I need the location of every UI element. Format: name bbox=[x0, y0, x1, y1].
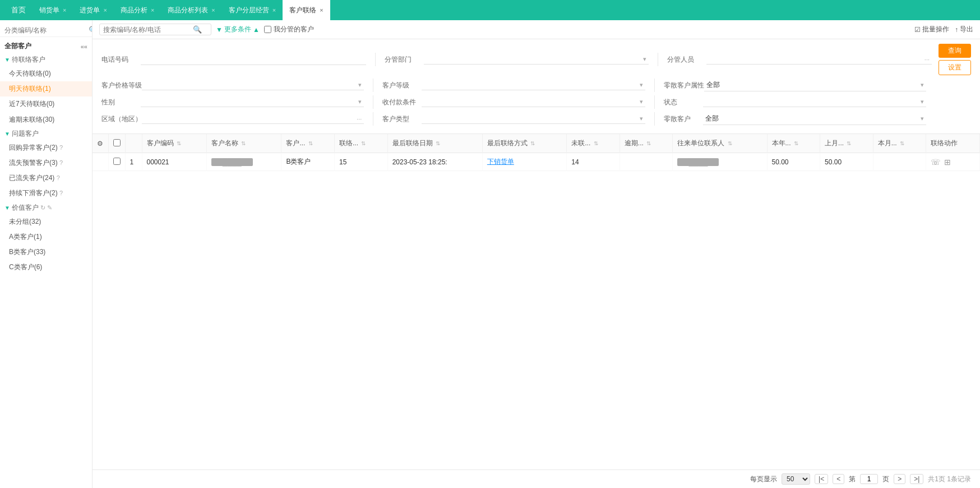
nav-home[interactable]: 首页 bbox=[4, 0, 33, 20]
filter-payment-select[interactable]: ▾ bbox=[422, 97, 645, 107]
nav-tab-3[interactable]: 商品分析列表 × bbox=[161, 0, 221, 20]
search-icon[interactable]: 🔍 bbox=[193, 25, 202, 34]
col-checkbox-header[interactable] bbox=[108, 134, 125, 153]
close-tab-5-icon[interactable]: × bbox=[320, 7, 323, 13]
prev-page-btn[interactable]: < bbox=[833, 474, 844, 484]
col-not-contact-header[interactable]: 未联... ⇅ bbox=[567, 134, 620, 153]
col-last-month-header[interactable]: 上月... ⇅ bbox=[820, 134, 873, 153]
sort-icon-type[interactable]: ⇅ bbox=[308, 140, 313, 146]
sort-icon-overdue[interactable]: ⇅ bbox=[646, 140, 651, 146]
nav-tab-4[interactable]: 客户分层经营 × bbox=[222, 0, 283, 20]
col-this-year-header[interactable]: 本年... ⇅ bbox=[767, 134, 820, 153]
last-page-btn[interactable]: >| bbox=[910, 474, 923, 484]
row-code[interactable]: 000021 bbox=[142, 153, 206, 171]
col-last-way-header[interactable]: 最后联络方式 ⇅ bbox=[482, 134, 566, 153]
nav-tab-5[interactable]: 客户联络 × bbox=[283, 0, 330, 20]
close-tab-1-icon[interactable]: × bbox=[103, 7, 107, 13]
sort-icon-code[interactable]: ⇅ bbox=[177, 140, 181, 146]
filter-phone-input[interactable] bbox=[141, 54, 366, 65]
sort-icon-unit-contact[interactable]: ⇅ bbox=[728, 140, 732, 146]
col-overdue-header[interactable]: 逾期... ⇅ bbox=[620, 134, 673, 153]
sidebar-item-class-c[interactable]: C类客户(6) bbox=[0, 260, 92, 275]
page-input[interactable] bbox=[860, 474, 878, 484]
sidebar-item-lost[interactable]: 已流失客户(24) ? bbox=[0, 171, 92, 186]
sidebar-item-today[interactable]: 今天待联络(0) bbox=[0, 66, 92, 81]
col-unit-contact-header[interactable]: 往来单位联系人 ⇅ bbox=[673, 134, 767, 153]
row-select-checkbox[interactable] bbox=[113, 158, 121, 165]
sidebar-item-ungroup[interactable]: 未分组(32) bbox=[0, 214, 92, 229]
reset-button[interactable]: 设置 bbox=[939, 60, 971, 75]
nav-tab-2[interactable]: 商品分析 × bbox=[114, 0, 161, 20]
next-page-btn[interactable]: > bbox=[894, 474, 905, 484]
refresh-icon[interactable]: ↻ bbox=[40, 204, 45, 211]
chevron-down-icon-retail: ▾ bbox=[921, 115, 924, 122]
close-tab-4-icon[interactable]: × bbox=[272, 7, 276, 13]
sidebar-search-input[interactable] bbox=[4, 26, 89, 34]
filter-retail-attr-select[interactable]: 全部 ▾ bbox=[704, 79, 926, 91]
sort-icon-not-contact[interactable]: ⇅ bbox=[594, 140, 598, 146]
filter-price-select[interactable]: ▾ bbox=[142, 80, 364, 90]
filter-gender-select[interactable]: ▾ bbox=[141, 97, 364, 107]
sidebar-item-class-a[interactable]: A类客户(1) bbox=[0, 229, 92, 245]
close-tab-3-icon[interactable]: × bbox=[211, 7, 215, 13]
row-last-way[interactable]: 下销货单 bbox=[482, 153, 566, 171]
select-all-checkbox[interactable] bbox=[113, 139, 121, 146]
query-button[interactable]: 查询 bbox=[939, 44, 971, 58]
question-icon-2[interactable]: ? bbox=[57, 174, 60, 181]
last-way-link[interactable]: 下销货单 bbox=[487, 158, 514, 165]
col-last-date-header[interactable]: 最后联络日期 ⇅ bbox=[387, 134, 482, 153]
sort-icon-contact[interactable]: ⇅ bbox=[361, 140, 366, 146]
sidebar-item-tomorrow[interactable]: 明天待联络(1) bbox=[0, 81, 92, 96]
question-icon-3[interactable]: ? bbox=[59, 190, 63, 196]
more-conditions-btn[interactable]: ▼ 更多条件 ▲ bbox=[216, 25, 260, 34]
nav-tab-1[interactable]: 进货单 × bbox=[73, 0, 113, 20]
col-contact-header[interactable]: 联络... ⇅ bbox=[335, 134, 388, 153]
col-name-header[interactable]: 客户名称 ⇅ bbox=[206, 134, 281, 153]
my-customers-checkbox[interactable] bbox=[264, 26, 271, 33]
filter-status-select[interactable]: ▾ bbox=[703, 97, 926, 107]
content-area: 🔍 ▼ 更多条件 ▲ 我分管的客户 ☑ 批量操作 ↑ 导出 bbox=[93, 20, 980, 488]
sidebar-item-7days[interactable]: 近7天待联络(0) bbox=[0, 96, 92, 112]
edit-icon[interactable]: ✎ bbox=[47, 204, 52, 211]
filter-dept-select[interactable]: ▾ bbox=[424, 54, 649, 65]
sort-icon-this-month[interactable]: ⇅ bbox=[900, 140, 904, 146]
per-page-select[interactable]: 50 100 200 bbox=[782, 473, 810, 485]
grid-action-icon[interactable]: ⊞ bbox=[944, 158, 951, 167]
sidebar-item-lost-warning[interactable]: 流失预警客户(3) ? bbox=[0, 155, 92, 171]
sidebar-search-icon[interactable]: 🔍 bbox=[89, 26, 93, 34]
sidebar-item-overdue[interactable]: 逾期未联络(30) bbox=[0, 112, 92, 127]
sort-icon-last-date[interactable]: ⇅ bbox=[436, 140, 440, 146]
sort-icon-this-year[interactable]: ⇅ bbox=[794, 140, 798, 146]
col-settings[interactable]: ⚙ bbox=[93, 134, 108, 153]
col-type-header[interactable]: 客户... ⇅ bbox=[281, 134, 335, 153]
nav-tab-0[interactable]: 销货单 × bbox=[33, 0, 73, 20]
row-name[interactable]: ████ bbox=[206, 153, 281, 171]
sort-icon-last-month[interactable]: ⇅ bbox=[847, 140, 851, 146]
question-icon-1[interactable]: ? bbox=[59, 159, 63, 166]
sidebar-item-class-b[interactable]: B类客户(33) bbox=[0, 245, 92, 260]
filter-custtype-select[interactable]: ▾ bbox=[422, 114, 645, 124]
filter-retail-select[interactable]: 全部 ▾ bbox=[703, 113, 926, 125]
batch-op-btn[interactable]: ☑ 批量操作 bbox=[914, 25, 949, 34]
search-input[interactable] bbox=[103, 26, 193, 34]
export-btn[interactable]: ↑ 导出 bbox=[955, 25, 973, 34]
checkbox-icon: ☑ bbox=[914, 26, 921, 34]
total-info: 共1页 1条记录 bbox=[928, 475, 971, 484]
row-checkbox[interactable] bbox=[108, 153, 125, 171]
col-code-header[interactable]: 客户编码 ⇅ bbox=[142, 134, 206, 153]
close-tab-2-icon[interactable]: × bbox=[151, 7, 154, 13]
sort-icon-last-way[interactable]: ⇅ bbox=[530, 140, 535, 146]
sort-icon-name[interactable]: ⇅ bbox=[241, 140, 246, 146]
all-customers-section[interactable]: 全部客户 «« bbox=[0, 39, 92, 53]
filter-manager-select[interactable]: ··· bbox=[706, 55, 932, 65]
close-tab-0-icon[interactable]: × bbox=[63, 7, 66, 13]
all-customers-label: 全部客户 bbox=[4, 42, 31, 51]
phone-action-icon[interactable]: ☏ bbox=[931, 158, 941, 167]
sidebar-item-abnormal[interactable]: 回购异常客户(2) ? bbox=[0, 140, 92, 155]
question-icon-0[interactable]: ? bbox=[59, 144, 63, 151]
filter-area-select[interactable]: ··· bbox=[142, 114, 364, 124]
col-this-month-header[interactable]: 本月... ⇅ bbox=[873, 134, 926, 153]
sidebar-item-declining[interactable]: 持续下滑客户(2) ? bbox=[0, 186, 92, 201]
filter-level-select[interactable]: ▾ bbox=[422, 80, 645, 90]
first-page-btn[interactable]: |< bbox=[815, 474, 828, 484]
